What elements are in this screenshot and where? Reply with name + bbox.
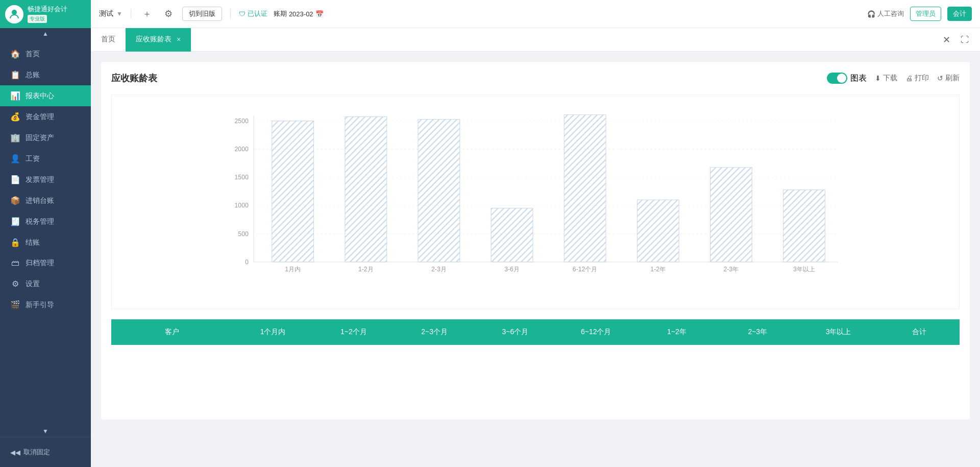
sidebar-label-payroll: 工资 [26, 154, 40, 164]
cancel-fixed-btn[interactable]: ◀◀ 取消固定 [0, 442, 91, 462]
svg-text:3-6月: 3-6月 [504, 266, 520, 273]
sidebar-item-settings[interactable]: ⚙ 设置 [0, 273, 91, 294]
tab-close-icon[interactable]: × [177, 35, 181, 43]
svg-text:2500: 2500 [235, 118, 249, 125]
sidebar-item-reports[interactable]: 📊 报表中心 [0, 85, 91, 106]
table-header-9: 合计 [879, 319, 960, 345]
role-btn[interactable]: 会计 [947, 7, 972, 21]
refresh-icon: ↺ [937, 74, 943, 82]
sidebar-label-funds: 资金管理 [26, 112, 54, 122]
sidebar-label-close: 结账 [26, 238, 40, 247]
toggle-thumb [837, 74, 846, 83]
refresh-label: 刷新 [945, 74, 960, 83]
sidebar-label-reports: 报表中心 [26, 91, 54, 101]
scroll-down-arrow[interactable]: ▼ [0, 426, 91, 437]
svg-point-0 [12, 10, 17, 15]
tabbar: 首页 应收账龄表 × ✕ ⛶ [91, 28, 980, 52]
admin-btn[interactable]: 管理员 [910, 7, 941, 21]
sidebar-item-tax[interactable]: 🧾 税务管理 [0, 211, 91, 232]
period-label: 账期 [274, 9, 287, 18]
table-header-2: 1~2个月 [313, 319, 394, 345]
bar-1-2-month [345, 116, 387, 262]
tab-home-label: 首页 [101, 35, 115, 44]
download-btn[interactable]: ⬇ 下载 [875, 74, 897, 83]
shield-icon: 🛡 [239, 10, 246, 18]
sidebar-item-guide[interactable]: 🎬 新手引导 [0, 294, 91, 315]
add-project-btn[interactable]: ＋ [139, 6, 155, 21]
scroll-up-arrow[interactable]: ▲ [0, 28, 91, 39]
bar-1-month [272, 121, 314, 262]
customer-service-btn[interactable]: 🎧 人工咨询 [867, 9, 904, 18]
sidebar-item-payroll[interactable]: 👤 工资 [0, 148, 91, 169]
svg-text:2-3月: 2-3月 [431, 266, 447, 273]
table-header-0: 客户 [111, 319, 232, 345]
tab-ar-aging-label: 应收账龄表 [136, 35, 172, 44]
download-icon: ⬇ [875, 74, 881, 82]
ledger-icon: 📋 [10, 70, 20, 80]
close-icon: ✕ [943, 34, 950, 45]
chart-toggle[interactable]: 图表 [827, 73, 867, 84]
svg-text:1500: 1500 [235, 174, 249, 181]
window-expand-btn[interactable]: ⛶ [958, 33, 972, 47]
svg-text:1-2年: 1-2年 [650, 266, 666, 273]
sidebar-label-invoice: 发票管理 [26, 175, 54, 184]
sidebar-item-home[interactable]: 🏠 首页 [0, 43, 91, 64]
guide-icon: 🎬 [10, 300, 20, 310]
inventory-icon: 📦 [10, 196, 20, 205]
sidebar-bottom: ◀◀ 取消固定 [0, 437, 91, 467]
certified-status: 🛡 已认证 [239, 9, 267, 18]
account-period: 账期 2023-02 📅 [274, 9, 324, 18]
sidebar-item-inventory[interactable]: 📦 进销台账 [0, 190, 91, 211]
reports-icon: 📊 [10, 91, 20, 101]
table-header-8: 3年以上 [798, 319, 878, 345]
sidebar-item-close[interactable]: 🔒 结账 [0, 232, 91, 253]
sidebar-label-tax: 税务管理 [26, 217, 54, 226]
home-icon: 🏠 [10, 49, 20, 59]
assets-icon: 🏢 [10, 133, 20, 143]
tab-ar-aging[interactable]: 应收账龄表 × [126, 28, 191, 52]
sidebar-item-funds[interactable]: 💰 资金管理 [0, 106, 91, 127]
app-name: 畅捷通好会计 [28, 5, 67, 14]
tax-icon: 🧾 [10, 217, 20, 226]
sidebar-item-ledger[interactable]: 📋 总账 [0, 64, 91, 85]
close-icon: 🔒 [10, 238, 20, 247]
period-value: 2023-02 [289, 10, 313, 18]
sidebar-label-guide: 新手引导 [26, 300, 54, 310]
topbar-right: 🎧 人工咨询 管理员 会计 [867, 7, 972, 21]
toggle-track[interactable] [827, 73, 847, 84]
window-close-btn[interactable]: ✕ [939, 33, 953, 47]
calendar-icon[interactable]: 📅 [315, 10, 324, 18]
project-selector[interactable]: 测试 ▼ [99, 9, 122, 18]
topbar: 测试 ▼ ＋ ⚙ 切到旧版 🛡 已认证 账期 2023-02 📅 🎧 人工咨询 … [91, 0, 980, 28]
svg-text:6-12个月: 6-12个月 [573, 266, 598, 273]
project-name: 测试 [99, 9, 113, 18]
refresh-btn[interactable]: ↺ 刷新 [937, 74, 960, 83]
sidebar-item-invoice[interactable]: 📄 发票管理 [0, 169, 91, 190]
main-area: 测试 ▼ ＋ ⚙ 切到旧版 🛡 已认证 账期 2023-02 📅 🎧 人工咨询 … [91, 0, 980, 467]
funds-icon: 💰 [10, 112, 20, 122]
page-header: 应收账龄表 图表 ⬇ 下载 🖨 打印 [111, 72, 960, 84]
toggle-label: 图表 [850, 73, 867, 84]
svg-text:3年以上: 3年以上 [793, 266, 815, 273]
sidebar-label-home: 首页 [26, 50, 40, 59]
download-label: 下载 [883, 74, 897, 83]
bar-1-2-year [637, 200, 679, 262]
svg-text:2000: 2000 [235, 146, 249, 153]
print-icon: 🖨 [905, 74, 913, 82]
sidebar-item-assets[interactable]: 🏢 固定资产 [0, 127, 91, 148]
svg-text:0: 0 [245, 259, 249, 266]
svg-text:2-3年: 2-3年 [723, 266, 739, 273]
old-version-btn[interactable]: 切到旧版 [182, 7, 222, 21]
topbar-divider-2 [230, 9, 231, 19]
sidebar-label-settings: 设置 [26, 279, 40, 289]
app-edition: 专业版 [28, 15, 47, 23]
invoice-icon: 📄 [10, 175, 20, 184]
settings-btn[interactable]: ⚙ [161, 6, 176, 21]
table-header-5: 6~12个月 [556, 319, 636, 345]
sidebar-label-archive: 归档管理 [26, 259, 54, 268]
table-header-1: 1个月内 [232, 319, 313, 345]
tab-home[interactable]: 首页 [91, 28, 126, 52]
topbar-divider-1 [131, 9, 131, 19]
print-btn[interactable]: 🖨 打印 [905, 74, 929, 83]
sidebar-item-archive[interactable]: 🗃 归档管理 [0, 253, 91, 273]
